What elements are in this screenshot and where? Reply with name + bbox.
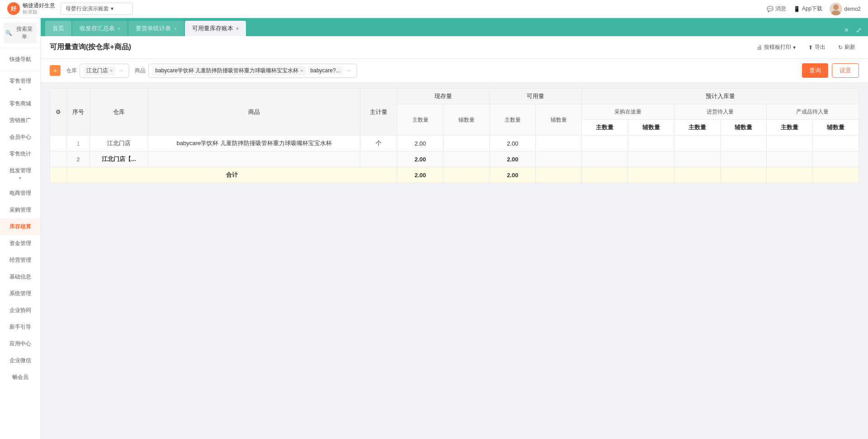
sidebar-item-new-guide[interactable]: 新手引导 xyxy=(0,319,40,335)
table-row: 2 江北门店【... 2.00 2.00 xyxy=(50,151,859,167)
sidebar-item-app-center[interactable]: 应用中心 xyxy=(0,335,40,352)
expand-icon: » xyxy=(54,67,57,74)
product-tag-2-label: babycare?... xyxy=(311,67,340,74)
top-bar-left: 好 畅捷通好生意 标准版 母婴行业演示账套 ▾ xyxy=(7,2,133,15)
logo-icon: 好 xyxy=(7,2,20,15)
page-title: 可用量查询(按仓库+商品) xyxy=(50,42,131,52)
app-download-btn[interactable]: 📱 App下载 xyxy=(793,5,822,13)
sidebar-item-inventory-check[interactable]: 库存核算 xyxy=(0,218,40,235)
row-incoming-wait-aux xyxy=(720,136,766,151)
table-total-row: 合计 2.00 2.00 xyxy=(50,167,859,183)
product-filter-value[interactable]: babycare学饮杯 儿童防摔防撞吸管杯重力球吸嘴杯宝宝水杯 × babyca… xyxy=(148,64,357,78)
sidebar-item-quick-nav[interactable]: 快捷导航 xyxy=(0,52,40,67)
product-filter-label: 商品 xyxy=(135,67,146,75)
table-area: ⚙ 序号 仓库 商品 主计量 现存量 可用量 预计入库量 主数量 xyxy=(41,83,868,439)
tab-requisition-stats-close[interactable]: × xyxy=(174,26,176,31)
svg-point-1 xyxy=(831,10,840,15)
print-label: 按模板打印 xyxy=(764,43,791,51)
sidebar-item-enterprise-wechat[interactable]: 企业微信 xyxy=(0,352,40,369)
sidebar-item-retail-stats[interactable]: 零售统计 xyxy=(0,146,40,162)
sidebar-item-basic-info[interactable]: 基础信息 xyxy=(0,269,40,285)
row-production-wait-main xyxy=(766,151,812,167)
table-row: 1 江北门店 babycare学饮杯 儿童防摔防撞吸管杯重力球吸嘴杯宝宝水杯 个… xyxy=(50,136,859,151)
table-current-stock-col-header: 现存量 xyxy=(397,89,490,104)
sidebar-item-label: 畅会员 xyxy=(12,373,28,381)
print-chevron-icon: ▾ xyxy=(793,44,796,51)
sidebar-item-enterprise-collab[interactable]: 企业协同 xyxy=(0,302,40,319)
sidebar-item-label: 零售管理 xyxy=(9,77,31,85)
warehouse-tag-close[interactable]: × xyxy=(110,68,113,73)
tab-requisition-stats[interactable]: 要货单统计表 × xyxy=(128,21,184,36)
tab-available-inventory[interactable]: 可用量库存账本 × xyxy=(185,21,246,36)
search-icon: 🔍 xyxy=(5,30,12,36)
sidebar-item-business-mgmt[interactable]: 经营管理 xyxy=(0,252,40,269)
refresh-btn[interactable]: ↻ 刷新 xyxy=(835,42,859,53)
row-incoming-wait-aux xyxy=(720,151,766,167)
sidebar-item-retail-mall[interactable]: 零售商城 xyxy=(0,95,40,112)
sidebar-item-label: 资金管理 xyxy=(9,240,31,247)
sidebar: 🔍 搜索菜单 快捷导航 零售管理 ▴ 零售商城 营销推广 会员中心 xyxy=(0,18,41,439)
product-tag-1-label: babycare学饮杯 儿童防摔防撞吸管杯重力球吸嘴杯宝宝水杯 xyxy=(155,67,298,75)
total-avail-aux-qty xyxy=(536,167,582,183)
username-label: demo2 xyxy=(844,6,861,12)
sidebar-item-system-mgmt[interactable]: 系统管理 xyxy=(0,285,40,302)
sidebar-item-label: 基础信息 xyxy=(9,273,31,281)
warehouse-tag-label: 江北门店 xyxy=(86,67,108,75)
row-unit xyxy=(360,151,397,167)
search-menu-btn[interactable]: 🔍 搜索菜单 xyxy=(4,23,37,43)
sidebar-item-label: 系统管理 xyxy=(9,290,31,297)
row-current-main-qty: 2.00 xyxy=(397,136,443,151)
row-purchase-transit-aux xyxy=(628,136,674,151)
product-tag-1-close[interactable]: × xyxy=(300,68,303,73)
refresh-label: 刷新 xyxy=(844,43,855,51)
industry-label: 母婴行业演示账套 xyxy=(66,5,109,13)
tab-home[interactable]: 首页 xyxy=(45,21,71,36)
sidebar-item-wholesale-mgmt[interactable]: 批发管理 ▾ xyxy=(0,162,40,185)
message-btn[interactable]: 💬 消息 xyxy=(767,5,786,13)
sidebar-item-vip-member[interactable]: 畅会员 xyxy=(0,369,40,386)
sidebar-item-finance-mgmt[interactable]: 资金管理 xyxy=(0,235,40,252)
export-btn[interactable]: ⬆ 导出 xyxy=(805,42,829,53)
tab-receive-summary-close[interactable]: × xyxy=(118,26,120,31)
expand-filter-btn[interactable]: » xyxy=(50,65,61,76)
query-button[interactable]: 查询 xyxy=(802,63,828,78)
chevron-down-icon: ▾ xyxy=(19,175,21,180)
row-unit: 个 xyxy=(360,136,397,151)
row-settings xyxy=(50,151,67,167)
user-area[interactable]: demo2 xyxy=(830,3,861,15)
row-current-aux-qty xyxy=(443,151,490,167)
expand-btn[interactable]: ⤢ xyxy=(854,24,863,36)
row-avail-aux-qty xyxy=(536,136,582,151)
warehouse-ellipsis[interactable]: ··· xyxy=(117,67,125,74)
close-all-tabs-btn[interactable]: × xyxy=(843,24,850,36)
table-settings-col[interactable]: ⚙ xyxy=(50,89,67,136)
sidebar-item-label: 企业协同 xyxy=(9,307,31,314)
settings-icon: ⚙ xyxy=(56,109,61,115)
row-purchase-transit-main xyxy=(582,136,628,151)
tab-available-inventory-close[interactable]: × xyxy=(236,26,239,31)
row-purchase-transit-main xyxy=(582,151,628,167)
row-production-wait-main xyxy=(766,136,812,151)
total-current-main-qty: 2.00 xyxy=(397,167,443,183)
row-current-main-qty: 2.00 xyxy=(397,151,443,167)
sidebar-item-purchase-mgmt[interactable]: 采购管理 xyxy=(0,202,40,218)
table-purchase-transit-aux-header: 辅数量 xyxy=(628,120,674,136)
print-btn[interactable]: 🖨 按模板打印 ▾ xyxy=(753,42,799,53)
sidebar-item-label: 库存核算 xyxy=(9,223,31,231)
product-ellipsis[interactable]: ··· xyxy=(345,67,353,74)
row-incoming-wait-main xyxy=(674,136,720,151)
data-table: ⚙ 序号 仓库 商品 主计量 现存量 可用量 预计入库量 主数量 xyxy=(50,88,859,183)
tab-receive-summary[interactable]: 收发存汇总表 × xyxy=(72,21,127,36)
settings-button[interactable]: 设置 xyxy=(832,63,859,78)
table-incoming-wait-header: 进货待入量 xyxy=(674,104,766,120)
total-settings xyxy=(50,167,67,183)
table-available-qty-col-header: 可用量 xyxy=(490,89,582,104)
sidebar-item-member-center[interactable]: 会员中心 xyxy=(0,129,40,146)
industry-selector[interactable]: 母婴行业演示账套 ▾ xyxy=(61,3,133,15)
row-production-wait-aux xyxy=(812,136,859,151)
sidebar-item-marketing[interactable]: 营销推广 xyxy=(0,112,40,129)
sidebar-item-retail-mgmt[interactable]: 零售管理 ▴ xyxy=(0,73,40,95)
sidebar-item-ecommerce-mgmt[interactable]: 电商管理 xyxy=(0,185,40,202)
warehouse-filter-value[interactable]: 江北门店 × ··· xyxy=(80,64,129,78)
tab-requisition-stats-label: 要货单统计表 xyxy=(136,24,171,33)
